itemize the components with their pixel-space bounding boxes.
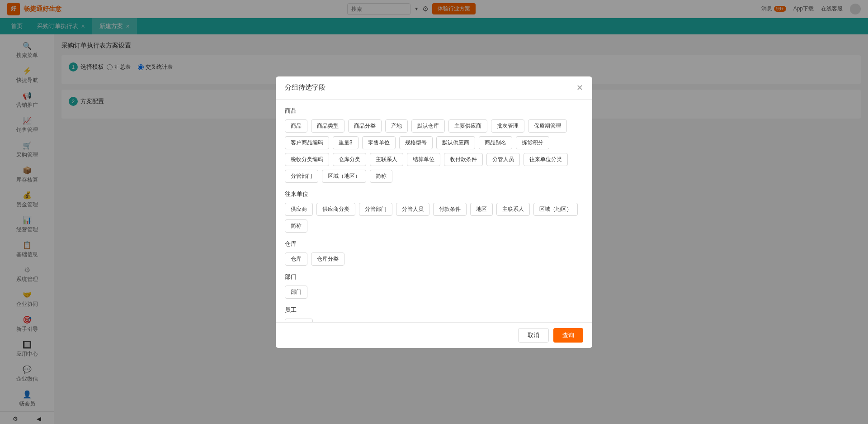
field-tag-保质期管理[interactable]: 保质期管理: [528, 119, 567, 133]
field-tag-供应商分类[interactable]: 供应商分类: [316, 203, 355, 216]
field-tag-默认供应商[interactable]: 默认供应商: [436, 136, 475, 149]
section-title-partner: 往来单位: [285, 190, 583, 198]
modal: 分组待选字段 ✕ 商品 商品商品类型商品分类产地默认仓库主要供应商批次管理保质期…: [276, 76, 592, 348]
field-tag-税收分类编码[interactable]: 税收分类编码: [285, 153, 329, 166]
field-tag-商品分类[interactable]: 商品分类: [348, 119, 382, 133]
field-tag-商品别名[interactable]: 商品别名: [479, 136, 512, 149]
modal-close-button[interactable]: ✕: [576, 83, 583, 93]
section-title-staff: 员工: [285, 306, 583, 314]
field-tag-商品类型[interactable]: 商品类型: [311, 119, 344, 133]
field-tag-分管人员[interactable]: 分管人员: [396, 203, 429, 216]
field-tag-默认仓库[interactable]: 默认仓库: [411, 119, 445, 133]
field-grid-partner: 供应商供应商分类分管部门分管人员付款条件地区主联系人区域（地区）简称: [285, 203, 583, 233]
field-tag-零售单位[interactable]: 零售单位: [362, 136, 396, 149]
field-tag-收付款条件[interactable]: 收付款条件: [444, 153, 483, 166]
field-tag-分管部门[interactable]: 分管部门: [359, 203, 392, 216]
confirm-button[interactable]: 查询: [553, 328, 583, 343]
field-tag-重量3[interactable]: 重量3: [333, 136, 359, 149]
section-title-warehouse: 仓库: [285, 240, 583, 248]
field-tag-简称[interactable]: 简称: [285, 219, 307, 233]
field-grid-staff: 业务员: [285, 319, 583, 322]
field-tag-结算单位[interactable]: 结算单位: [407, 153, 440, 166]
cancel-button[interactable]: 取消: [518, 328, 549, 343]
field-tag-主要供应商[interactable]: 主要供应商: [448, 119, 487, 133]
field-tag-付款条件[interactable]: 付款条件: [433, 203, 467, 216]
field-tag-部门[interactable]: 部门: [285, 286, 307, 299]
modal-overlay: 分组待选字段 ✕ 商品 商品商品类型商品分类产地默认仓库主要供应商批次管理保质期…: [0, 0, 868, 424]
field-tag-商品[interactable]: 商品: [285, 119, 307, 133]
field-grid-dept: 部门: [285, 286, 583, 299]
field-grid-warehouse: 仓库仓库分类: [285, 252, 583, 266]
field-tag-规格型号[interactable]: 规格型号: [399, 136, 433, 149]
field-tag-仓库[interactable]: 仓库: [285, 252, 307, 266]
modal-footer: 取消 查询: [276, 322, 592, 348]
field-tag-简称[interactable]: 简称: [370, 170, 392, 183]
field-tag-区域（地区）[interactable]: 区域（地区）: [533, 203, 578, 216]
field-grid-product: 商品商品类型商品分类产地默认仓库主要供应商批次管理保质期管理客户商品编码重量3零…: [285, 119, 583, 183]
field-tag-仓库分类[interactable]: 仓库分类: [311, 252, 344, 266]
modal-header: 分组待选字段 ✕: [276, 76, 592, 100]
field-tag-主联系人[interactable]: 主联系人: [370, 153, 403, 166]
field-tag-仓库分类[interactable]: 仓库分类: [333, 153, 366, 166]
field-tag-分管部门[interactable]: 分管部门: [285, 170, 318, 183]
field-tag-分管人员[interactable]: 分管人员: [486, 153, 520, 166]
field-tag-供应商[interactable]: 供应商: [285, 203, 313, 216]
modal-title: 分组待选字段: [285, 83, 326, 92]
field-tag-区域（地区）[interactable]: 区域（地区）: [322, 170, 366, 183]
section-title-dept: 部门: [285, 273, 583, 281]
field-tag-主联系人[interactable]: 主联系人: [496, 203, 530, 216]
section-title-product: 商品: [285, 107, 583, 115]
field-tag-往来单位分类[interactable]: 往来单位分类: [524, 153, 568, 166]
field-tag-业务员[interactable]: 业务员: [285, 319, 313, 322]
field-tag-产地[interactable]: 产地: [385, 119, 408, 133]
field-tag-地区[interactable]: 地区: [470, 203, 493, 216]
modal-body: 商品 商品商品类型商品分类产地默认仓库主要供应商批次管理保质期管理客户商品编码重…: [276, 100, 592, 322]
field-tag-客户商品编码[interactable]: 客户商品编码: [285, 136, 329, 149]
field-tag-批次管理[interactable]: 批次管理: [491, 119, 524, 133]
field-tag-拣货积分[interactable]: 拣货积分: [516, 136, 549, 149]
